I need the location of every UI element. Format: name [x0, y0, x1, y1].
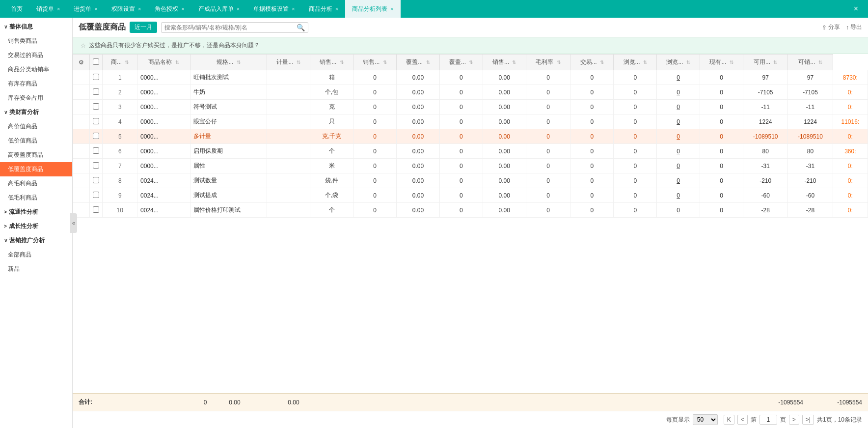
first-page-button[interactable]: K [724, 415, 734, 425]
nav-product-analysis-list[interactable]: 商品分析列表 × [345, 0, 400, 18]
sidebar-item-traded-goods[interactable]: 交易过的商品 [0, 48, 72, 62]
nav-close-icon[interactable]: × [138, 0, 141, 18]
row-checkbox-cell[interactable] [90, 188, 103, 203]
row-checkbox-cell[interactable] [90, 144, 103, 159]
row-checkbox[interactable] [93, 206, 99, 213]
row-checkbox[interactable] [93, 88, 99, 95]
sidebar-section-growth[interactable]: > 成长性分析 [0, 219, 72, 233]
sort-icon[interactable]: ⇅ [469, 59, 473, 65]
sidebar-section-wealth[interactable]: ∨ 类财富分析 [0, 105, 72, 119]
nav-home[interactable]: 首页 [4, 0, 29, 18]
sort-icon[interactable]: ⇅ [730, 59, 733, 65]
sort-icon[interactable]: ⇅ [237, 59, 241, 65]
content-area: 低覆盖度商品 近一月 🔍 ⇪ 分享 ↑ 导出 ☆ 这些商品只有很少客户购买过，是… [73, 18, 868, 428]
sidebar-item-stocked-goods[interactable]: 有库存商品 [0, 77, 72, 91]
row-browse1[interactable]: 0 [657, 70, 700, 85]
row-browse1[interactable]: 0 [657, 159, 700, 173]
sort-icon[interactable]: ⇅ [512, 59, 516, 65]
sidebar-item-low-margin[interactable]: 低毛利商品 [0, 191, 72, 205]
search-icon[interactable]: 🔍 [297, 24, 305, 31]
row-checkbox[interactable] [93, 147, 99, 154]
export-button[interactable]: ↑ 导出 [846, 23, 862, 31]
sort-icon[interactable]: ⇅ [340, 59, 344, 65]
nav-template-settings[interactable]: 单据模板设置 × [246, 0, 301, 18]
sort-icon[interactable]: ⇅ [773, 59, 777, 65]
select-all-checkbox[interactable] [93, 58, 99, 65]
nav-purchase-order[interactable]: 进货单 × [67, 0, 104, 18]
row-checkbox[interactable] [93, 162, 99, 169]
sidebar-item-category-rate[interactable]: 商品分类动销率 [0, 62, 72, 77]
column-settings-header[interactable]: ⚙ [73, 55, 90, 70]
sidebar-item-low-value[interactable]: 低价值商品 [0, 134, 72, 148]
nav-product-warehouse[interactable]: 产成品入库单 × [191, 0, 246, 18]
row-checkbox-cell[interactable] [90, 70, 103, 85]
last-page-button[interactable]: >| [802, 415, 814, 425]
page-number-input[interactable] [760, 415, 777, 425]
sidebar-item-sales-goods[interactable]: 销售类商品 [0, 34, 72, 48]
sidebar-item-stock-funds[interactable]: 库存资金占用 [0, 91, 72, 105]
sidebar-section-overall[interactable]: ∨ 整体信息 [0, 20, 72, 34]
nav-role-auth[interactable]: 角色授权 × [148, 0, 191, 18]
sidebar-collapse-button[interactable]: « [70, 213, 77, 233]
row-browse1[interactable]: 0 [657, 144, 700, 159]
next-page-button[interactable]: > [789, 415, 799, 425]
search-input[interactable] [164, 24, 297, 31]
row-checkbox[interactable] [93, 118, 99, 124]
sort-icon[interactable]: ⇅ [426, 59, 430, 65]
sort-icon[interactable]: ⇅ [686, 59, 690, 65]
row-browse1[interactable]: 0 [657, 188, 700, 203]
sort-icon[interactable]: ⇅ [383, 59, 387, 65]
sidebar-section-marketing[interactable]: ∨ 营销推广分析 [0, 233, 72, 248]
sidebar-item-low-coverage[interactable]: 低覆盖度商品 [0, 162, 72, 176]
row-checkbox-cell[interactable] [90, 85, 103, 100]
window-close-button[interactable]: × [848, 4, 864, 13]
row-checkbox-cell[interactable] [90, 173, 103, 188]
sidebar-item-new-goods[interactable]: 新品 [0, 262, 72, 276]
per-page-select[interactable]: 50 20 100 [693, 414, 718, 425]
row-browse1[interactable]: 0 [657, 100, 700, 114]
nav-product-analysis[interactable]: 商品分析 × [302, 0, 345, 18]
nav-close-icon[interactable]: × [57, 0, 60, 18]
sort-icon[interactable]: ⇅ [297, 59, 300, 65]
share-button[interactable]: ⇪ 分享 [822, 23, 840, 31]
sidebar-item-all-goods[interactable]: 全部商品 [0, 248, 72, 262]
prev-page-button[interactable]: < [737, 415, 748, 425]
row-checkbox-cell[interactable] [90, 100, 103, 114]
nav-close-icon[interactable]: × [181, 0, 184, 18]
row-browse1[interactable]: 0 [657, 85, 700, 100]
nav-close-icon[interactable]: × [292, 0, 295, 18]
nav-close-icon[interactable]: × [335, 0, 338, 18]
row-browse1[interactable]: 0 [657, 203, 700, 218]
nav-close-icon[interactable]: × [94, 0, 97, 18]
sidebar-item-high-margin[interactable]: 高毛利商品 [0, 176, 72, 191]
column-cover2-header: 覆盖... ⇅ [439, 55, 483, 70]
row-checkbox[interactable] [93, 192, 99, 198]
row-checkbox-cell[interactable] [90, 203, 103, 218]
row-browse1[interactable]: 0 [657, 173, 700, 188]
row-checkbox-cell[interactable] [90, 159, 103, 173]
sort-icon[interactable]: ⇅ [600, 59, 604, 65]
row-browse1[interactable]: 0 [657, 114, 700, 129]
row-checkbox[interactable] [93, 74, 99, 80]
row-browse1[interactable]: 0 [657, 129, 700, 144]
nav-sales-order[interactable]: 销货单 × [29, 0, 67, 18]
sort-icon[interactable]: ⇅ [643, 59, 647, 65]
sidebar-item-high-value[interactable]: 高价值商品 [0, 119, 72, 134]
time-filter-button[interactable]: 近一月 [130, 22, 157, 33]
row-checkbox[interactable] [93, 133, 99, 139]
sidebar-item-high-coverage[interactable]: 高覆盖度商品 [0, 148, 72, 162]
row-checkbox-cell[interactable] [90, 129, 103, 144]
sort-icon[interactable]: ⇅ [125, 59, 129, 65]
row-checkbox[interactable] [93, 177, 99, 183]
sort-icon[interactable]: ⇅ [175, 59, 179, 65]
sort-icon[interactable]: ⇅ [557, 59, 561, 65]
row-sales3: 0 [526, 188, 570, 203]
column-checkbox-header[interactable] [90, 55, 103, 70]
nav-permission-settings[interactable]: 权限设置 × [105, 0, 148, 18]
row-checkbox-cell[interactable] [90, 114, 103, 129]
nav-close-icon[interactable]: × [237, 0, 240, 18]
sidebar-section-liquidity[interactable]: > 流通性分析 [0, 205, 72, 219]
row-checkbox[interactable] [93, 103, 99, 110]
nav-close-icon[interactable]: × [390, 0, 393, 18]
sort-icon[interactable]: ⇅ [818, 59, 822, 65]
